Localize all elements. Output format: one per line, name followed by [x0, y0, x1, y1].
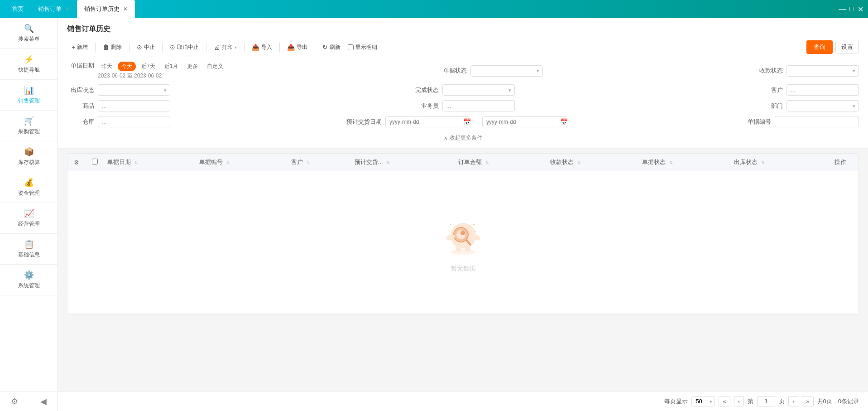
- delivery-status-select[interactable]: 全部 未出库 部分出库 已出库: [98, 84, 170, 96]
- th-date-sort[interactable]: ⇅: [134, 160, 138, 165]
- collapse-icon: ∧: [444, 135, 448, 141]
- close-btn[interactable]: ✕: [858, 5, 863, 14]
- select-all-checkbox[interactable]: [92, 159, 98, 164]
- tab-sales-order-label: 销售订单: [38, 5, 62, 13]
- th-customer-label: 客户: [291, 159, 303, 165]
- gear-icon[interactable]: ⚙: [74, 159, 79, 166]
- svg-point-9: [465, 245, 470, 252]
- date-today[interactable]: 今天: [118, 62, 136, 71]
- th-bill-status-sort[interactable]: ⇅: [669, 160, 673, 165]
- date-1month[interactable]: 近1月: [161, 62, 182, 71]
- dept-select-wrap: [786, 100, 859, 111]
- th-delivery-status-sort[interactable]: ⇅: [761, 160, 765, 165]
- tab-sales-order[interactable]: 销售订单 ✕: [31, 0, 77, 18]
- tab-sales-order-history-close[interactable]: ✕: [123, 6, 128, 12]
- date-custom[interactable]: 自定义: [203, 62, 227, 71]
- sidebar-item-search-menu[interactable]: 🔍 搜索菜单: [0, 18, 58, 49]
- sidebar-collapse-btn[interactable]: ◀: [40, 396, 47, 406]
- maximize-btn[interactable]: □: [849, 5, 854, 13]
- stop-button[interactable]: ⊘ 中止: [132, 42, 159, 53]
- import-button[interactable]: 📥 导入: [247, 42, 277, 53]
- prev-page-btn[interactable]: ‹: [734, 396, 744, 406]
- print-button[interactable]: 🖨 打印 ▾: [209, 42, 241, 53]
- export-label: 导出: [297, 44, 307, 51]
- receipt-status-select[interactable]: 全部 未收款 部分收款 已收款: [786, 65, 859, 77]
- th-customer-sort[interactable]: ⇅: [307, 160, 310, 165]
- refresh-button[interactable]: ↻ 刷新: [318, 42, 345, 53]
- dept-select[interactable]: [786, 100, 859, 111]
- collapse-btn[interactable]: ∧ 收起更多条件: [67, 132, 859, 144]
- display-detail-label[interactable]: 显示明细: [355, 44, 377, 51]
- current-page-input[interactable]: [757, 396, 775, 406]
- sidebar-item-inventory-label: 库存核算: [18, 159, 40, 166]
- display-detail-checkbox[interactable]: [348, 44, 354, 50]
- date-7days[interactable]: 近7天: [138, 62, 159, 71]
- salesperson-input[interactable]: ...: [442, 100, 515, 111]
- new-icon: +: [72, 44, 75, 51]
- th-bill-no-sort[interactable]: ⇅: [226, 160, 230, 165]
- bill-status-select[interactable]: 全部 待审核 已审核 已驳回: [470, 65, 543, 77]
- th-bill-status-label: 单据状态: [642, 159, 666, 165]
- print-dropdown-icon[interactable]: ▾: [235, 45, 237, 50]
- th-gear[interactable]: ⚙: [67, 154, 86, 171]
- complete-status-select[interactable]: 全部 未完成 已完成: [442, 84, 515, 96]
- svg-point-4: [460, 231, 465, 235]
- date-yesterday[interactable]: 昨天: [98, 62, 116, 71]
- sidebar-item-sales[interactable]: 📊 销售管理: [0, 80, 58, 111]
- date-more[interactable]: 更多: [183, 62, 201, 71]
- date-label: 单据日期: [67, 62, 94, 70]
- first-page-btn[interactable]: «: [719, 396, 730, 406]
- date-start-icon[interactable]: 📅: [463, 118, 471, 126]
- separator-6: [279, 43, 280, 52]
- separator-2: [129, 43, 129, 52]
- separator-1: [95, 43, 96, 52]
- customer-input[interactable]: ...: [786, 84, 859, 96]
- th-amount-sort[interactable]: ⇅: [485, 160, 489, 165]
- date-end-icon[interactable]: 📅: [560, 118, 568, 126]
- query-button[interactable]: 查询: [806, 40, 833, 54]
- sidebar-item-finance[interactable]: 💰 资金管理: [0, 172, 58, 203]
- page-size-select[interactable]: 10 20 50 100: [691, 396, 715, 406]
- bill-no-input[interactable]: [775, 116, 859, 127]
- warehouse-input[interactable]: ...: [98, 116, 170, 127]
- import-label: 导入: [261, 44, 272, 51]
- delivery-date-start[interactable]: [385, 116, 470, 127]
- empty-illustration: ✦ ✦ ✦: [441, 212, 486, 257]
- quick-nav-icon: ⚡: [24, 54, 34, 64]
- tab-sales-order-close[interactable]: ✕: [65, 6, 70, 12]
- sidebar-item-inventory[interactable]: 📦 库存核算: [0, 141, 58, 172]
- tab-sales-order-history[interactable]: 销售订单历史 ✕: [77, 0, 135, 18]
- delete-button[interactable]: 🗑 删除: [98, 42, 126, 53]
- cancel-stop-button[interactable]: ⊙ 取消中止: [165, 42, 203, 53]
- toolbar: + 新增 🗑 删除 ⊘ 中止 ⊙ 取消中止 🖨 打印 ▾: [58, 38, 868, 57]
- sidebar-settings-btn[interactable]: ⚙: [11, 396, 18, 406]
- empty-text: 暂无数据: [451, 265, 476, 273]
- product-input[interactable]: ...: [98, 100, 170, 111]
- page-size-select-wrap: 10 20 50 100: [691, 396, 715, 406]
- bill-status-label: 单据状态: [440, 67, 467, 75]
- export-button[interactable]: 📤 导出: [283, 42, 312, 53]
- th-delivery-date-sort[interactable]: ⇅: [386, 160, 390, 165]
- setting-button[interactable]: 设置: [835, 41, 859, 53]
- delivery-date-end[interactable]: [482, 116, 567, 127]
- next-page-btn[interactable]: ›: [788, 396, 798, 406]
- sidebar-item-base-info[interactable]: 📋 基础信息: [0, 234, 58, 265]
- separator-4: [206, 43, 206, 52]
- new-button[interactable]: + 新增: [67, 42, 92, 53]
- complete-status-select-wrap: 全部 未完成 已完成: [442, 84, 515, 96]
- separator-7: [315, 43, 315, 52]
- last-page-btn[interactable]: »: [802, 396, 813, 406]
- empty-cell: ✦ ✦ ✦ 暂无数据: [67, 171, 858, 314]
- complete-status-label: 完成状态: [412, 86, 439, 94]
- sidebar-item-system[interactable]: ⚙️ 系统管理: [0, 265, 58, 295]
- product-label: 商品: [67, 102, 94, 110]
- sidebar-item-quick-nav[interactable]: ⚡ 快捷导航: [0, 49, 58, 80]
- minimize-btn[interactable]: —: [839, 5, 846, 13]
- sidebar-item-purchase[interactable]: 🛒 采购管理: [0, 111, 58, 141]
- delivery-status-label: 出库状态: [67, 86, 94, 94]
- th-checkbox[interactable]: [86, 154, 104, 171]
- tab-home[interactable]: 首页: [5, 0, 31, 18]
- filter-row-2: 出库状态 全部 未出库 部分出库 已出库 完成状态: [67, 84, 859, 96]
- sidebar-item-operations[interactable]: 📈 经营管理: [0, 203, 58, 234]
- th-receipt-status-sort[interactable]: ⇅: [577, 160, 581, 165]
